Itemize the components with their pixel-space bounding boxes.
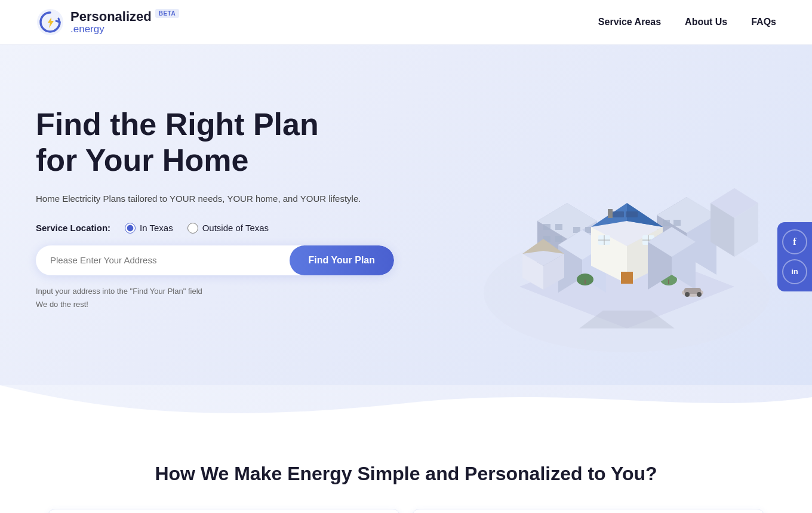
- svg-rect-37: [585, 279, 586, 284]
- hero-title-line1: Find the Right Plan: [36, 107, 319, 142]
- radio-outside-label: Outside of Texas: [202, 223, 269, 233]
- hero-hint-line2: We do the rest!: [36, 298, 394, 311]
- logo-text: PersonalizedBETA .energy: [70, 10, 179, 35]
- hero-hint: Input your address into the "Find Your P…: [36, 285, 394, 311]
- address-input[interactable]: [36, 245, 290, 275]
- svg-point-50: [697, 292, 702, 297]
- svg-rect-9: [555, 236, 562, 242]
- linkedin-button[interactable]: in: [782, 259, 807, 284]
- how-section-title: How We Make Energy Simple and Personaliz…: [36, 463, 776, 485]
- service-location-label: Service Location:: [36, 223, 110, 233]
- svg-rect-15: [663, 220, 670, 226]
- find-plan-button[interactable]: Find Your Plan: [290, 245, 394, 275]
- nav-service-areas[interactable]: Service Areas: [598, 17, 661, 27]
- logo[interactable]: PersonalizedBETA .energy: [36, 8, 179, 36]
- how-section: How We Make Energy Simple and Personaliz…: [0, 421, 812, 513]
- hero-subtitle: Home Electricity Plans tailored to YOUR …: [36, 192, 394, 206]
- radio-in-texas[interactable]: In Texas: [125, 223, 173, 234]
- logo-brand-name: Personalized: [70, 9, 152, 24]
- radio-texas-label: In Texas: [140, 223, 173, 233]
- svg-rect-54: [608, 209, 613, 218]
- svg-rect-39: [668, 279, 669, 284]
- svg-rect-7: [555, 224, 562, 230]
- social-sidebar: f in: [777, 222, 812, 291]
- logo-domain: .energy: [70, 24, 179, 35]
- site-header: PersonalizedBETA .energy Service Areas A…: [0, 0, 812, 45]
- hero-hint-line1: Input your address into the "Find Your P…: [36, 285, 394, 298]
- linkedin-icon: in: [791, 267, 798, 276]
- search-row: Find Your Plan: [36, 245, 394, 275]
- radio-outside-texas[interactable]: Outside of Texas: [187, 223, 269, 234]
- logo-icon: [36, 8, 64, 36]
- hero-title: Find the Right Plan for Your Home: [36, 107, 394, 179]
- feature-card-1: Our AI-Powered Search Engine compares ev…: [48, 509, 400, 513]
- svg-rect-35: [626, 211, 638, 217]
- beta-badge: BETA: [155, 9, 179, 18]
- nav-about-us[interactable]: About Us: [685, 17, 727, 27]
- hero-content: Find the Right Plan for Your Home Home E…: [36, 107, 394, 311]
- main-nav: Service Areas About Us FAQs: [598, 17, 776, 27]
- svg-marker-27: [621, 272, 633, 284]
- radio-outside-input[interactable]: [187, 223, 198, 234]
- hero-illustration: [442, 45, 812, 385]
- feature-cards-grid: Our AI-Powered Search Engine compares ev…: [48, 509, 764, 513]
- wave-divider: [0, 385, 812, 421]
- svg-rect-6: [543, 224, 550, 230]
- nav-faqs[interactable]: FAQs: [751, 17, 776, 27]
- facebook-button[interactable]: f: [782, 229, 807, 254]
- hero-section: Find the Right Plan for Your Home Home E…: [0, 45, 812, 385]
- city-svg: [460, 72, 794, 358]
- svg-rect-34: [612, 211, 624, 217]
- svg-rect-16: [673, 220, 681, 226]
- radio-texas-input[interactable]: [125, 223, 136, 234]
- hero-title-line2: for Your Home: [36, 143, 248, 177]
- svg-point-49: [685, 292, 690, 297]
- service-location-row: Service Location: In Texas Outside of Te…: [36, 223, 394, 234]
- facebook-icon: f: [793, 236, 796, 247]
- feature-card-2: By analyzing your home location and pers…: [412, 509, 764, 513]
